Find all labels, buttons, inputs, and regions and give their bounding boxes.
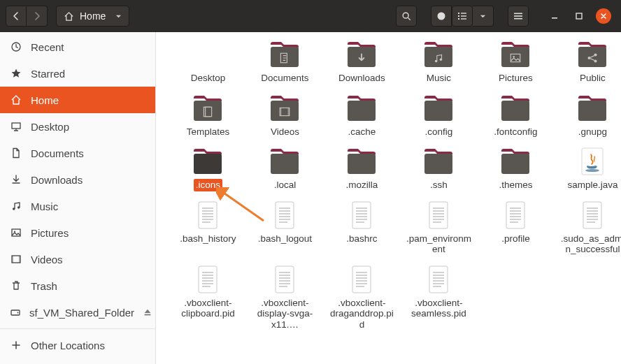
sidebar-item-pictures[interactable]: Pictures [0, 219, 155, 246]
folder-icon [575, 93, 610, 124]
file-item[interactable]: .vboxclient-draganddrop.pid [327, 263, 397, 331]
file-item[interactable]: Videos [250, 92, 320, 138]
sidebar-item-trash[interactable]: Trash [0, 272, 155, 299]
home-icon [64, 11, 74, 22]
file-item[interactable]: .vboxclient-clipboard.pid [173, 263, 243, 331]
file-item[interactable]: .sudo_as_admin_successful [557, 198, 621, 256]
sidebar-item-label: Downloads [31, 174, 145, 186]
file-item[interactable]: .gnupg [557, 92, 621, 138]
file-item[interactable]: .mozilla [327, 145, 397, 191]
star-icon [10, 67, 22, 80]
file-item[interactable]: .vboxclient-display-svga-x11.… [250, 263, 320, 331]
sidebar-item-starred[interactable]: Starred [0, 60, 155, 87]
text-icon [190, 200, 225, 231]
file-item[interactable]: .fontconfig [480, 92, 550, 138]
file-item-label: .sudo_as_admin_successful [557, 233, 621, 256]
text-icon [190, 264, 225, 295]
file-item-label: .themes [497, 179, 534, 191]
folder-icon [267, 39, 302, 70]
file-item[interactable]: Music [404, 38, 473, 85]
sidebar-item-recent[interactable]: Recent [0, 34, 155, 60]
folder-icon [344, 146, 379, 177]
file-item-label: .mozilla [344, 179, 380, 191]
folder-icon [575, 39, 610, 70]
file-item[interactable]: .config [404, 92, 473, 138]
folder-icon [421, 93, 456, 124]
svg-rect-7 [461, 18, 466, 19]
folder-icon [421, 146, 456, 177]
sidebar-item-label: Home [31, 94, 145, 106]
path-bar[interactable]: Home [56, 6, 129, 27]
hamburger-menu-button[interactable] [508, 6, 529, 27]
file-item[interactable]: .profile [480, 198, 550, 256]
file-item[interactable]: .themes [480, 145, 550, 191]
file-item[interactable]: .bash_history [173, 198, 243, 256]
file-item-label: .bashrc [344, 233, 379, 245]
svg-rect-11 [552, 17, 557, 19]
list-view-button[interactable] [452, 6, 473, 27]
minimize-button[interactable] [547, 9, 562, 24]
home-icon [10, 94, 22, 106]
text-icon [421, 200, 456, 231]
file-item-label: .vboxclient-draganddrop.pid [327, 297, 397, 331]
svg-point-0 [403, 13, 408, 18]
file-item-label: Videos [269, 126, 301, 138]
zoom-button[interactable] [431, 6, 452, 27]
sidebar-item-label: Documents [31, 147, 145, 159]
eject-icon[interactable] [143, 307, 152, 317]
sidebar-item-videos[interactable]: Videos [0, 246, 155, 272]
file-item[interactable]: Pictures [480, 38, 550, 85]
sidebar-item-downloads[interactable]: Downloads [0, 166, 155, 193]
search-button[interactable] [396, 6, 417, 27]
nav-button-group [6, 6, 48, 27]
file-item[interactable]: .icons [173, 145, 243, 191]
sidebar-item-label: Recent [31, 41, 145, 53]
sidebar-item-desktop[interactable]: Desktop [0, 113, 155, 140]
folder-icon [498, 146, 533, 177]
window-controls [543, 8, 615, 24]
maximize-button[interactable] [571, 9, 586, 24]
sidebar-item-home[interactable]: Home [0, 87, 155, 113]
folder-icon [498, 93, 533, 124]
plus-icon [10, 339, 22, 351]
file-item-label: .profile [499, 233, 532, 245]
sidebar-item-documents[interactable]: Documents [0, 140, 155, 166]
file-item-label: .fontconfig [492, 126, 539, 138]
music-icon [10, 200, 22, 212]
file-item[interactable]: .pam_environment [404, 198, 473, 256]
close-button[interactable] [596, 8, 611, 24]
back-button[interactable] [6, 6, 27, 27]
file-item[interactable]: Downloads [327, 38, 397, 85]
file-item[interactable]: .ssh [404, 145, 473, 191]
file-item-label: .local [272, 179, 299, 191]
sidebar-item-label: Pictures [31, 227, 145, 239]
sidebar-item-label: Starred [31, 68, 145, 80]
file-item[interactable]: Templates [173, 92, 243, 138]
file-item[interactable]: Documents [250, 38, 320, 85]
file-item-label: Downloads [336, 72, 387, 85]
sidebar-item-sf-vm-shared-folder[interactable]: sf_VM_Shared_Folder [0, 299, 155, 326]
sidebar-item-other-locations[interactable]: Other Locations [0, 332, 155, 358]
folder-icon [344, 39, 379, 70]
file-item[interactable]: .vboxclient-seamless.pid [404, 263, 473, 331]
file-item-label: .vboxclient-display-svga-x11.… [250, 297, 320, 331]
file-item[interactable]: Desktop [173, 38, 243, 85]
svg-rect-9 [514, 15, 522, 17]
text-icon [498, 200, 533, 231]
sidebar-item-music[interactable]: Music [0, 193, 155, 219]
main-pane[interactable]: DesktopDocumentsDownloadsMusicPicturesPu… [156, 32, 621, 364]
folder-icon [267, 93, 302, 124]
clock-icon [10, 41, 22, 53]
file-item[interactable]: sample.java [557, 145, 621, 191]
view-options-button[interactable] [473, 6, 494, 27]
file-item-label: .bash_history [178, 233, 238, 245]
file-item[interactable]: .bash_logout [250, 198, 320, 256]
file-item[interactable]: .local [250, 145, 320, 191]
file-item[interactable]: .cache [327, 92, 397, 138]
folder-icon [190, 146, 225, 177]
file-item[interactable]: .bashrc [327, 198, 397, 256]
documents-icon [10, 147, 22, 159]
file-item[interactable]: Public [557, 38, 621, 85]
forward-button[interactable] [27, 6, 48, 27]
file-item-label: Pictures [497, 72, 535, 85]
